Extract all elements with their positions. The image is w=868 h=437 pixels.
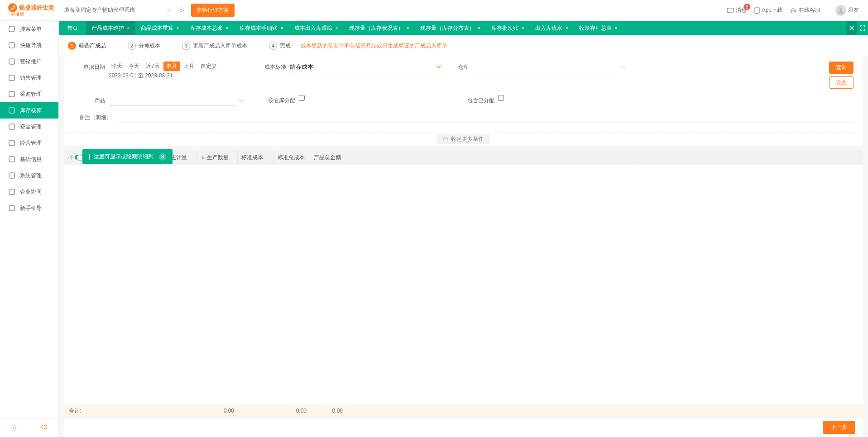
logo-icon bbox=[8, 3, 17, 12]
message-icon bbox=[727, 7, 734, 14]
header-right: 消息 6 App下载 在线客服 用友 bbox=[727, 5, 859, 16]
message-badge: 6 bbox=[744, 4, 750, 10]
industry-plan-button[interactable]: 体验行业方案 bbox=[191, 4, 235, 17]
avatar-icon bbox=[835, 5, 846, 16]
svg-rect-2 bbox=[755, 7, 759, 14]
system-name: 装备及固定资产辅助管理系统 bbox=[64, 6, 135, 14]
logo-text: 畅捷通好生意 bbox=[19, 4, 54, 12]
customer-service-button[interactable]: 在线客服 bbox=[790, 6, 820, 14]
svg-point-3 bbox=[839, 8, 842, 11]
svg-rect-1 bbox=[727, 8, 734, 12]
logo-subtitle: 标准版 bbox=[11, 11, 24, 18]
logo-area: 畅捷通好生意 标准版 bbox=[4, 3, 59, 18]
divider bbox=[828, 7, 828, 14]
app-download-button[interactable]: App下载 bbox=[754, 6, 782, 14]
system-selector[interactable]: 装备及固定资产辅助管理系统 bbox=[64, 6, 171, 14]
phone-icon bbox=[754, 7, 760, 14]
chevron-down-icon bbox=[167, 9, 171, 12]
svg-point-0 bbox=[180, 9, 182, 11]
settings-gear-icon[interactable] bbox=[177, 7, 185, 14]
messages-button[interactable]: 消息 6 bbox=[727, 6, 747, 14]
app-header: 畅捷通好生意 标准版 装备及固定资产辅助管理系统 体验行业方案 消息 6 App… bbox=[0, 0, 868, 21]
headset-icon bbox=[790, 7, 797, 14]
user-menu[interactable]: 用友 bbox=[835, 5, 859, 16]
